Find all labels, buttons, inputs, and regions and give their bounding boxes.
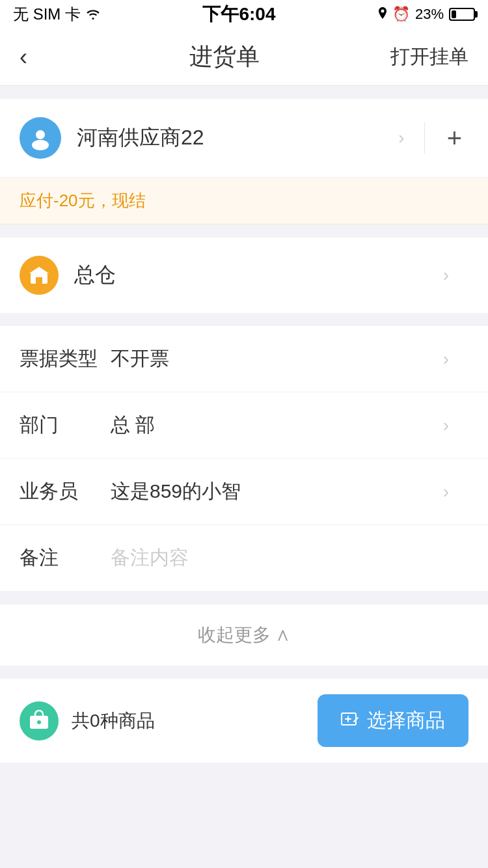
department-label: 部门: [20, 412, 111, 439]
svg-point-0: [36, 130, 45, 139]
carrier-label: 无 SIM 卡: [13, 4, 81, 25]
warehouse-row[interactable]: 总仓 ›: [0, 237, 488, 313]
warehouse-name: 总仓: [74, 261, 443, 290]
status-left: 无 SIM 卡: [13, 4, 100, 25]
select-product-icon: [341, 711, 359, 731]
select-product-button[interactable]: 选择商品: [318, 694, 468, 747]
supplier-avatar: [20, 117, 61, 159]
warehouse-icon: [20, 256, 59, 295]
product-count-label: 共0种商品: [72, 709, 318, 733]
collapse-row[interactable]: 收起更多 ∧: [0, 604, 488, 666]
invoice-type-row[interactable]: 票据类型 不开票 ›: [0, 326, 488, 392]
salesperson-chevron: ›: [443, 481, 449, 502]
remark-row[interactable]: 备注 备注内容: [0, 525, 488, 591]
status-time: 下午6:04: [202, 2, 275, 27]
supplier-chevron-icon: ›: [398, 128, 404, 148]
wifi-icon: [86, 5, 100, 23]
warehouse-card[interactable]: 总仓 ›: [0, 237, 488, 313]
section-gap-2: [0, 224, 488, 237]
page-title: 进货单: [189, 41, 260, 73]
supplier-row[interactable]: 河南供应商22 › +: [0, 99, 488, 178]
collapse-label[interactable]: 收起更多 ∧: [198, 623, 291, 647]
location-icon: [378, 6, 387, 23]
back-button[interactable]: ‹: [20, 44, 59, 71]
invoice-type-value: 不开票: [111, 346, 443, 372]
open-pending-button[interactable]: 打开挂单: [390, 44, 468, 70]
svg-rect-4: [36, 277, 42, 284]
department-row[interactable]: 部门 总 部 ›: [0, 392, 488, 459]
svg-point-6: [37, 720, 41, 724]
remark-placeholder[interactable]: 备注内容: [111, 545, 468, 571]
vertical-divider: [424, 122, 425, 154]
remark-label: 备注: [20, 545, 111, 571]
svg-point-1: [32, 140, 49, 150]
form-section: 票据类型 不开票 › 部门 总 部 › 业务员 这是859的小智 › 备注 备注…: [0, 326, 488, 591]
invoice-type-label: 票据类型: [20, 346, 111, 372]
nav-bar: ‹ 进货单 打开挂单: [0, 29, 488, 86]
battery-icon: [449, 8, 475, 21]
supplier-card: 河南供应商22 › + 应付-20元，现结: [0, 99, 488, 224]
section-gap-1: [0, 86, 488, 99]
bottom-bar: 共0种商品 选择商品: [0, 679, 488, 763]
salesperson-row[interactable]: 业务员 这是859的小智 ›: [0, 459, 488, 525]
supplier-name: 河南供应商22: [77, 124, 398, 152]
battery-percent: 23%: [415, 6, 444, 23]
product-icon: [20, 701, 59, 740]
select-product-label: 选择商品: [367, 707, 445, 734]
svg-marker-3: [29, 267, 49, 273]
salesperson-label: 业务员: [20, 478, 111, 505]
status-right: ⏰ 23%: [378, 6, 475, 23]
status-bar: 无 SIM 卡 下午6:04 ⏰ 23%: [0, 0, 488, 29]
notice-banner: 应付-20元，现结: [0, 178, 488, 224]
department-chevron: ›: [443, 415, 449, 436]
add-supplier-button[interactable]: +: [441, 124, 468, 153]
department-value: 总 部: [111, 412, 443, 439]
warehouse-chevron-icon: ›: [443, 265, 449, 286]
salesperson-value: 这是859的小智: [111, 478, 443, 505]
invoice-type-chevron: ›: [443, 349, 449, 370]
alarm-icon: ⏰: [392, 6, 410, 23]
